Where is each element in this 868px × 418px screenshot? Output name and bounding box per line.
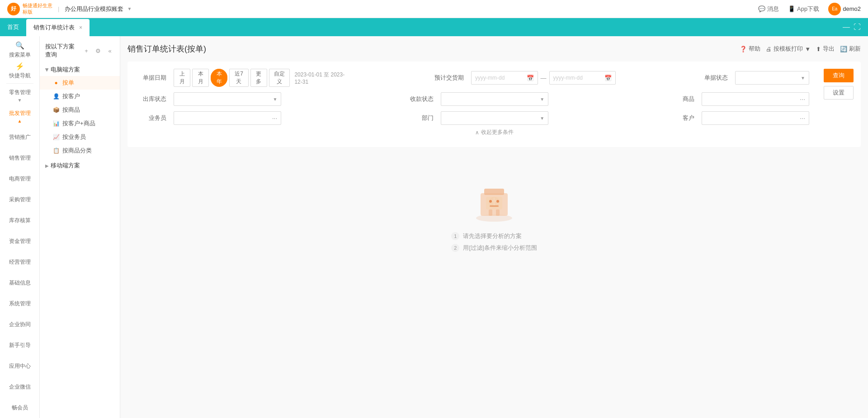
- svg-rect-11: [496, 209, 500, 216]
- pc-group-title: 电脑端方案: [51, 66, 80, 74]
- mobile-scheme-group-header[interactable]: ▶ 移动端方案: [40, 159, 120, 172]
- tab-minimize-icon[interactable]: —: [843, 23, 850, 31]
- page-actions: ❓ 帮助 🖨 按模板打印 ▼ ⬆ 导出 🔄 刷新: [740, 45, 861, 53]
- expected-date-from-placeholder: yyyy-mm-dd: [475, 75, 505, 81]
- customer-select[interactable]: ···: [702, 111, 809, 125]
- page-title-area: 销售订单统计表(按单) ❓ 帮助 🖨 按模板打印 ▼ ⬆ 导出: [127, 43, 861, 54]
- date-btn-this-year[interactable]: 本年: [211, 69, 227, 87]
- sidebar-item-sales[interactable]: 销售管理: [0, 148, 39, 169]
- sidebar-item-marketing[interactable]: 营销推广: [0, 127, 39, 148]
- tab-maximize-icon[interactable]: ⛶: [854, 23, 861, 31]
- sidebar-item-purchase[interactable]: 采购管理: [0, 190, 39, 210]
- date-btn-this-month[interactable]: 本月: [192, 69, 209, 87]
- refresh-icon: 🔄: [840, 46, 847, 52]
- salesperson-dots-icon[interactable]: ···: [272, 114, 278, 122]
- outbound-status-select[interactable]: ▼: [174, 92, 281, 106]
- customer-dots-icon[interactable]: ···: [800, 114, 805, 122]
- help-button[interactable]: ❓ 帮助: [740, 45, 760, 53]
- export-button[interactable]: ⬆ 导出: [816, 45, 835, 53]
- export-icon: ⬆: [816, 46, 821, 52]
- tab-home[interactable]: 首页: [0, 18, 26, 36]
- filter-main-content: 单据日期 上月 本月 本年 近7天 更多 自定义 2023-01-01 至 20…: [135, 69, 854, 125]
- add-scheme-button[interactable]: +: [82, 46, 91, 55]
- tab-bar-right: — ⛶: [843, 23, 868, 31]
- logo-icon: 好: [7, 3, 20, 15]
- tab-close-icon[interactable]: ×: [79, 24, 82, 31]
- app-title-dropdown-icon[interactable]: ▼: [127, 6, 132, 11]
- collapse-chevron-icon: ∧: [475, 129, 479, 136]
- retail-arrow-icon: ▼: [18, 98, 22, 103]
- expected-date-area: yyyy-mm-dd 📅 — yyyy-mm-dd 📅: [471, 71, 616, 85]
- scheme-item-by-category[interactable]: 📋 按商品分类: [40, 144, 120, 157]
- sidebar-item-finance[interactable]: 资金管理: [0, 231, 39, 252]
- tab-bar: 首页 销售订单统计表 × — ⛶: [0, 18, 868, 36]
- expected-date-from-input[interactable]: yyyy-mm-dd 📅: [471, 71, 538, 85]
- setting-button[interactable]: 设置: [824, 86, 854, 100]
- scheme-item-label: 按商品: [62, 106, 80, 114]
- left-panel-header: 按以下方案查询 + ⚙ «: [40, 40, 120, 62]
- by-customer-goods-icon: 📊: [52, 120, 60, 127]
- query-button[interactable]: 查询: [824, 69, 854, 82]
- date-buttons-area: 上月 本月 本年 近7天 更多 自定义 2023-01-01 至 2023-12…: [174, 69, 345, 87]
- sidebar-item-enterprise-coop[interactable]: 企业协同: [0, 314, 39, 335]
- department-select[interactable]: ▼: [441, 111, 548, 125]
- salesperson-select[interactable]: ···: [174, 111, 281, 125]
- scheme-item-by-goods[interactable]: 📦 按商品: [40, 103, 120, 117]
- top-bar-right: 💬 消息 📱 App下载 Ea demo2: [758, 3, 861, 15]
- expected-date-to-input[interactable]: yyyy-mm-dd 📅: [549, 71, 616, 85]
- svg-rect-10: [489, 209, 492, 216]
- app-download-button[interactable]: 📱 App下载: [788, 5, 819, 13]
- date-btn-last-month[interactable]: 上月: [174, 69, 190, 87]
- sidebar-item-new-user[interactable]: 新手引导: [0, 335, 39, 356]
- svg-rect-9: [490, 205, 499, 207]
- user-area[interactable]: Ea demo2: [828, 3, 861, 15]
- scheme-item-by-customer-goods[interactable]: 📊 按客户+商品: [40, 117, 120, 130]
- sidebar-item-search-menu[interactable]: 🔍 搜索菜单: [0, 40, 39, 61]
- date-range-text: 2023-01-01 至 2023-12-31: [294, 71, 345, 85]
- template-print-button[interactable]: 🖨 按模板打印 ▼: [766, 45, 811, 53]
- status-select[interactable]: ▼: [735, 71, 809, 85]
- scheme-item-by-salesperson[interactable]: 📈 按业务员: [40, 130, 120, 144]
- right-main: 销售订单统计表(按单) ❓ 帮助 🖨 按模板打印 ▼ ⬆ 导出: [120, 36, 868, 418]
- scheme-item-by-order[interactable]: ● 按单: [40, 76, 120, 90]
- svg-point-7: [489, 200, 492, 203]
- sidebar-item-basic-info[interactable]: 基础信息: [0, 272, 39, 293]
- by-category-icon: 📋: [52, 147, 60, 154]
- hint-num-1: 1: [451, 232, 459, 240]
- date-btn-more[interactable]: 更多: [250, 69, 267, 87]
- sidebar-item-wholesale[interactable]: 批发管理 ▲: [0, 106, 39, 127]
- status-dropdown-icon: ▼: [801, 76, 805, 81]
- sidebar-item-operations[interactable]: 经营管理: [0, 252, 39, 272]
- scheme-item-label: 按客户: [62, 92, 80, 100]
- payment-status-select[interactable]: ▼: [441, 92, 548, 106]
- goods-select[interactable]: ···: [702, 92, 809, 106]
- department-dropdown-icon: ▼: [540, 116, 544, 121]
- sidebar-item-system[interactable]: 系统管理: [0, 293, 39, 314]
- date-btn-custom[interactable]: 自定义: [269, 69, 290, 87]
- collapse-more-button[interactable]: ∧ 收起更多条件: [135, 125, 854, 140]
- scheme-item-label: 按单: [62, 79, 74, 87]
- date-btn-last-7-days[interactable]: 近7天: [229, 69, 248, 87]
- refresh-button[interactable]: 🔄 刷新: [840, 45, 861, 53]
- customer-label: 客户: [663, 114, 694, 122]
- sidebar-item-inventory[interactable]: 库存核算: [0, 210, 39, 231]
- sidebar-item-ecommerce[interactable]: 电商管理: [0, 169, 39, 190]
- scheme-item-by-customer[interactable]: 👤 按客户: [40, 90, 120, 103]
- wholesale-arrow-icon: ▲: [18, 119, 22, 124]
- sidebar-item-member[interactable]: 畅会员: [0, 397, 39, 418]
- goods-dots-icon[interactable]: ···: [800, 95, 805, 103]
- sidebar-divider-1: [6, 83, 33, 84]
- query-buttons-col: 查询 设置: [816, 69, 854, 100]
- collapse-panel-button[interactable]: «: [105, 46, 114, 55]
- pc-scheme-group-header[interactable]: ▶ 电脑端方案: [40, 63, 120, 76]
- tab-sales-order-stats[interactable]: 销售订单统计表 ×: [26, 19, 90, 36]
- sidebar-item-retail[interactable]: 零售管理 ▼: [0, 86, 39, 106]
- outbound-dropdown-icon: ▼: [273, 97, 278, 102]
- sidebar-item-enterprise-wechat[interactable]: 企业微信: [0, 376, 39, 397]
- sidebar-item-app-center[interactable]: 应用中心: [0, 356, 39, 376]
- top-bar-left: 好 畅捷通好生意 标版 | 办公用品行业模拟账套 ▼: [7, 3, 132, 15]
- message-button[interactable]: 💬 消息: [758, 5, 779, 13]
- top-bar: 好 畅捷通好生意 标版 | 办公用品行业模拟账套 ▼ 💬 消息 📱 App下载 …: [0, 0, 868, 18]
- setting-scheme-button[interactable]: ⚙: [94, 46, 103, 55]
- sidebar-item-quick-nav[interactable]: ⚡ 快捷导航: [0, 61, 39, 81]
